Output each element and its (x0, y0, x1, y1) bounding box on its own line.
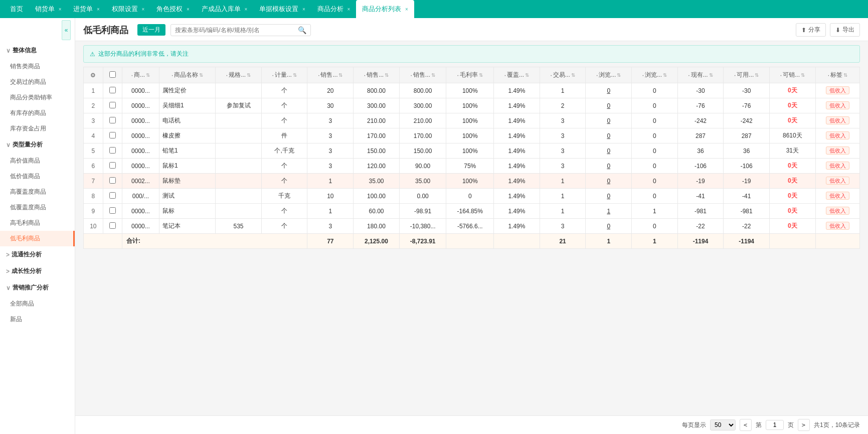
th-code[interactable]: · 商...⇅ (122, 67, 159, 83)
select-all-checkbox[interactable] (109, 71, 116, 78)
sidebar-item-high-value[interactable]: 高价值商品 (0, 153, 75, 169)
sidebar-group-overall-title[interactable]: ∨ 整体信息 (0, 42, 75, 59)
views1-value[interactable]: 0 (607, 178, 610, 185)
row-checkbox[interactable] (109, 132, 116, 138)
views1-value[interactable]: 1 (607, 208, 610, 215)
sidebar-item-stock-goods[interactable]: 有库存的商品 (0, 105, 75, 121)
time-filter-button[interactable]: 近一月 (137, 24, 165, 36)
table-container[interactable]: ⚙ · 商...⇅ · 商品名称⇅ · 规格...⇅ · 计量...⇅ · 销售… (75, 67, 868, 415)
sidebar-item-new-goods[interactable]: 新品 (0, 312, 75, 327)
th-transactions[interactable]: · 交易...⇅ (540, 67, 586, 83)
row-checkbox[interactable] (109, 192, 116, 199)
page-size-select[interactable]: 50 100 200 (710, 419, 736, 430)
views1-value[interactable]: 0 (607, 117, 610, 124)
nav-close-sales[interactable]: × (59, 7, 62, 12)
row-views1[interactable]: 0 (586, 113, 632, 128)
row-views1[interactable]: 0 (586, 83, 632, 98)
row-checkbox-cell[interactable] (103, 219, 122, 234)
th-sales-qty[interactable]: · 销售...⇅ (307, 67, 354, 83)
th-name[interactable]: · 商品名称⇅ (159, 67, 215, 83)
views1-value[interactable]: 0 (607, 163, 610, 170)
sidebar-group-type-title[interactable]: ∨ 类型量分析 (0, 136, 75, 153)
th-unit[interactable]: · 计量...⇅ (261, 67, 307, 83)
th-checkbox[interactable] (103, 67, 122, 83)
row-views1[interactable]: 0 (586, 174, 632, 189)
row-checkbox[interactable] (109, 222, 116, 229)
row-checkbox-cell[interactable] (103, 174, 122, 189)
row-checkbox[interactable] (109, 162, 116, 169)
views1-value[interactable]: 0 (607, 87, 610, 94)
views1-value[interactable]: 0 (607, 102, 610, 109)
row-checkbox[interactable] (109, 177, 116, 184)
row-checkbox-cell[interactable] (103, 128, 122, 143)
prev-page-button[interactable]: ＜ (740, 419, 752, 431)
next-page-button[interactable]: ＞ (798, 419, 810, 431)
nav-product-entry[interactable]: 产成品入库单 × (196, 0, 253, 18)
nav-product-analysis[interactable]: 商品分析 × (311, 0, 356, 18)
sidebar-item-stock-funds[interactable]: 库存资金占用 (0, 121, 75, 136)
nav-permissions[interactable]: 权限设置 × (106, 0, 150, 18)
nav-product-analysis-list[interactable]: 商品分析列表 × (356, 0, 414, 18)
sidebar-item-all-goods[interactable]: 全部商品 (0, 296, 75, 312)
nav-close-permissions[interactable]: × (142, 7, 145, 12)
nav-purchase[interactable]: 进货单 × (67, 0, 105, 18)
nav-home[interactable]: 首页 (4, 0, 29, 18)
th-coverage[interactable]: · 覆盖...⇅ (494, 67, 540, 83)
row-views1[interactable]: 1 (586, 204, 632, 219)
row-views1[interactable]: 0 (586, 159, 632, 174)
nav-template[interactable]: 单据模板设置 × (253, 0, 311, 18)
nav-close-product-entry[interactable]: × (245, 7, 248, 12)
sidebar-collapse-btn[interactable]: « (62, 20, 71, 40)
sidebar-item-high-coverage[interactable]: 高覆盖度商品 (0, 184, 75, 200)
sidebar-item-low-margin[interactable]: 低毛利商品 (0, 231, 75, 246)
th-sales-profit[interactable]: · 销售...⇅ (399, 67, 446, 83)
row-checkbox-cell[interactable] (103, 204, 122, 219)
th-views2[interactable]: · 浏览...⇅ (632, 67, 678, 83)
row-checkbox-cell[interactable] (103, 83, 122, 98)
th-gross-margin[interactable]: · 毛利率⇅ (446, 67, 494, 83)
sidebar-item-category-rate[interactable]: 商品分类助销率 (0, 90, 75, 105)
row-checkbox-cell[interactable] (103, 98, 122, 113)
views1-value[interactable]: 0 (607, 223, 610, 230)
sidebar-group-liquidity-title[interactable]: > 流通性分析 (0, 246, 75, 263)
views1-value[interactable]: 0 (607, 193, 610, 200)
nav-sales[interactable]: 销货单 × (29, 0, 67, 18)
views1-value[interactable]: 0 (607, 148, 610, 155)
search-input[interactable] (175, 27, 298, 34)
page-number-input[interactable] (766, 420, 784, 430)
row-checkbox-cell[interactable] (103, 143, 122, 159)
th-spec[interactable]: · 规格...⇅ (216, 67, 262, 83)
nav-close-roles[interactable]: × (187, 7, 190, 12)
nav-close-product-analysis-list[interactable]: × (405, 7, 408, 12)
nav-close-purchase[interactable]: × (97, 7, 100, 12)
row-checkbox[interactable] (109, 147, 116, 154)
row-views1[interactable]: 0 (586, 128, 632, 143)
row-checkbox[interactable] (109, 102, 116, 108)
th-tag[interactable]: · 标签⇅ (815, 67, 859, 83)
views1-value[interactable]: 0 (607, 132, 610, 139)
row-checkbox[interactable] (109, 117, 116, 123)
sidebar-item-sales-goods[interactable]: 销售类商品 (0, 59, 75, 74)
th-available[interactable]: · 可用...⇅ (724, 67, 770, 83)
sidebar-item-low-coverage[interactable]: 低覆盖度商品 (0, 200, 75, 215)
row-views1[interactable]: 0 (586, 189, 632, 204)
row-checkbox-cell[interactable] (103, 189, 122, 204)
th-sales-price[interactable]: · 销售...⇅ (354, 67, 400, 83)
row-checkbox-cell[interactable] (103, 159, 122, 174)
row-checkbox[interactable] (109, 207, 116, 214)
sidebar-item-high-margin[interactable]: 高毛利商品 (0, 215, 75, 231)
th-settings[interactable]: ⚙ (84, 67, 103, 83)
sidebar-item-low-value[interactable]: 低价值商品 (0, 169, 75, 184)
sidebar-group-marketing-title[interactable]: ∨ 营销推广分析 (0, 279, 75, 296)
nav-roles[interactable]: 角色授权 × (150, 0, 195, 18)
th-views1[interactable]: · 浏览...⇅ (586, 67, 632, 83)
share-button[interactable]: ⬆ 分享 (796, 23, 826, 37)
th-current-stock[interactable]: · 现有...⇅ (677, 67, 724, 83)
sidebar-item-traded-goods[interactable]: 交易过的商品 (0, 74, 75, 90)
export-button[interactable]: ⬇ 导出 (830, 23, 860, 37)
row-checkbox-cell[interactable] (103, 113, 122, 128)
nav-close-template[interactable]: × (302, 7, 305, 12)
row-views1[interactable]: 0 (586, 98, 632, 113)
th-sellable[interactable]: · 可销...⇅ (770, 67, 816, 83)
nav-close-product-analysis[interactable]: × (347, 7, 350, 12)
